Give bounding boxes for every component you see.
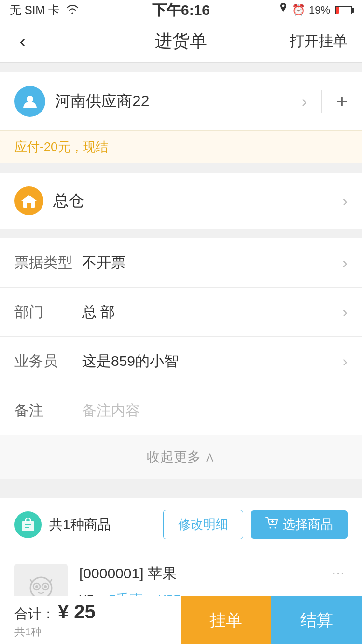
status-bar: 无 SIM 卡 下午6:16 ⏰ 19%: [0, 0, 362, 20]
collapse-button[interactable]: 收起更多 ∧: [0, 435, 362, 479]
svg-marker-2: [21, 195, 37, 201]
form-section: 票据类型 不开票 › 部门 总 部 › 业务员 这是859的小智 › 备注 备注…: [0, 238, 362, 479]
salesman-value: 这是859的小智: [72, 351, 342, 371]
svg-point-7: [270, 527, 271, 529]
vertical-divider: [321, 90, 322, 113]
remark-label: 备注: [14, 401, 72, 420]
svg-rect-3: [27, 203, 31, 208]
product-title: 苹果: [148, 565, 177, 581]
status-time: 下午6:16: [152, 0, 210, 20]
battery-percent: 19%: [309, 4, 330, 16]
svg-point-14: [35, 585, 38, 588]
invoice-type-row[interactable]: 票据类型 不开票 ›: [0, 238, 362, 287]
invoice-type-chevron-icon: ›: [342, 254, 348, 272]
product-code: [0000001]: [79, 565, 143, 581]
svg-point-8: [275, 527, 276, 529]
salesman-row[interactable]: 业务员 这是859的小智 ›: [0, 336, 362, 386]
total-line: 合计： ¥ 25: [14, 601, 166, 623]
status-left: 无 SIM 卡: [10, 2, 80, 18]
nav-bar: ‹ 进货单 打开挂单: [0, 20, 362, 63]
total-count: 共1种: [14, 623, 166, 639]
alarm-icon: ⏰: [292, 4, 305, 16]
warehouse-chevron-icon: ›: [342, 192, 348, 210]
open-pending-button[interactable]: 打开挂单: [290, 31, 348, 51]
remark-row[interactable]: 备注 备注内容: [0, 386, 362, 435]
department-chevron-icon: ›: [342, 303, 348, 321]
wifi-icon: [65, 3, 80, 17]
warehouse-row[interactable]: 总仓 ›: [0, 173, 362, 229]
section-divider-1: [0, 63, 362, 72]
section-divider-4: [0, 479, 362, 489]
edit-detail-button[interactable]: 修改明细: [163, 510, 243, 539]
supplier-row[interactable]: 河南供应商22 › +: [0, 72, 362, 130]
salesman-label: 业务员: [14, 351, 72, 371]
status-right: ⏰ 19%: [278, 3, 352, 17]
department-row[interactable]: 部门 总 部 ›: [0, 287, 362, 336]
bottom-bar: 合计： ¥ 25 共1种 挂单 结算: [0, 596, 362, 644]
total-label: 合计：: [14, 605, 55, 623]
product-section-icon: [14, 511, 42, 538]
svg-point-15: [44, 585, 47, 588]
product-name: [0000001] 苹果: [79, 564, 329, 584]
carrier-text: 无 SIM 卡: [10, 2, 60, 18]
supplier-chevron-icon: ›: [302, 93, 307, 111]
section-divider-3: [0, 229, 362, 238]
hang-button[interactable]: 挂单: [181, 596, 271, 644]
cart-icon: [265, 517, 279, 532]
product-more-button[interactable]: ···: [329, 564, 348, 582]
remark-input[interactable]: 备注内容: [72, 401, 348, 420]
section-divider-2: [0, 163, 362, 173]
battery-icon: [335, 6, 352, 14]
department-value: 总 部: [72, 302, 342, 322]
warehouse-name: 总仓: [53, 190, 342, 211]
total-section: 合计： ¥ 25 共1种: [0, 596, 181, 644]
location-icon: [278, 3, 288, 17]
supplier-name: 河南供应商22: [55, 91, 302, 112]
select-product-button[interactable]: 选择商品: [251, 510, 348, 539]
svg-rect-4: [22, 521, 34, 531]
product-count-text: 共1种商品: [49, 516, 163, 534]
salesman-chevron-icon: ›: [342, 352, 348, 370]
payment-hint: 应付-20元，现结: [0, 130, 362, 163]
invoice-type-value: 不开票: [72, 253, 342, 273]
add-supplier-button[interactable]: +: [336, 91, 348, 112]
settle-button[interactable]: 结算: [271, 596, 362, 644]
back-button[interactable]: ‹: [14, 26, 30, 57]
total-amount: ¥ 25: [58, 601, 96, 623]
supplier-section: 河南供应商22 › + 应付-20元，现结: [0, 72, 362, 163]
svg-point-0: [27, 96, 33, 102]
department-label: 部门: [14, 302, 72, 322]
product-header: 共1种商品 修改明细 选择商品: [0, 498, 362, 551]
page-title: 进货单: [155, 29, 207, 53]
select-product-label: 选择商品: [283, 516, 333, 533]
supplier-avatar: [14, 86, 45, 117]
warehouse-icon: [14, 186, 43, 215]
invoice-type-label: 票据类型: [14, 253, 72, 273]
